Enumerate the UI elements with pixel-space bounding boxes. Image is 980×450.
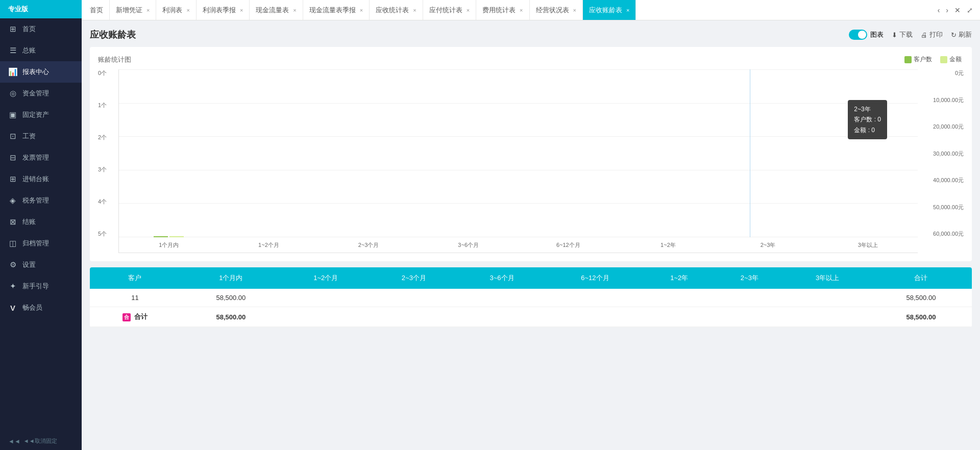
- total-icon: 合: [122, 313, 131, 321]
- refresh-btn[interactable]: ↻ 刷新: [951, 30, 972, 39]
- print-btn[interactable]: 🖨 打印: [921, 30, 943, 39]
- chart-area: 5个 4个 3个 2个 1个 0个: [98, 69, 964, 253]
- sidebar: 专业版 ⊞ 首页 ☰ 总账 📊 报表中心 ◎ 资金管理 ▣ 固定资产 ⊡ 工资 …: [0, 0, 82, 450]
- col-m1: 1个月内: [180, 267, 282, 289]
- sidebar-item-assets[interactable]: ▣ 固定资产: [0, 104, 82, 126]
- refresh-icon: ↻: [951, 31, 957, 39]
- sidebar-label-salary: 工资: [22, 132, 36, 141]
- collapse-label: ◄◄取消固定: [23, 437, 57, 445]
- sidebar-label-capital: 资金管理: [22, 89, 49, 98]
- tab-voucher-close[interactable]: ×: [146, 7, 150, 13]
- sidebar-item-vip[interactable]: V 畅会员: [0, 297, 82, 318]
- sidebar-item-sales[interactable]: ⊞ 进销台账: [0, 168, 82, 190]
- cell-y3plus: [785, 289, 870, 307]
- tab-ap-stat[interactable]: 应付统计表 ×: [423, 0, 476, 20]
- y-axis-left: 5个 4个 3个 2个 1个 0个: [98, 69, 118, 253]
- tab-home[interactable]: 首页: [84, 0, 110, 20]
- cell-m1: 58,500.00: [180, 289, 282, 307]
- tab-home-label: 首页: [90, 6, 103, 15]
- sidebar-item-archive[interactable]: ◫ 归档管理: [0, 233, 82, 254]
- legend-amount-label: 金额: [949, 55, 962, 64]
- table-total-row: 合 合计 58,500.00 58,500.00: [90, 307, 972, 327]
- col-y3plus: 3年以上: [785, 267, 870, 289]
- tab-profit-quarter[interactable]: 利润表季报 ×: [197, 0, 250, 20]
- tab-cashflow-label: 现金流量表: [256, 6, 289, 15]
- tab-close-all-btn[interactable]: ✕: [952, 5, 963, 15]
- tab-expense-stat[interactable]: 费用统计表 ×: [476, 0, 529, 20]
- tab-profit-quarter-close[interactable]: ×: [240, 7, 243, 13]
- sales-icon: ⊞: [8, 174, 17, 184]
- table-row: 11 58,500.00 58,500.00: [90, 289, 972, 307]
- tab-ap-stat-close[interactable]: ×: [467, 7, 470, 13]
- cell-y3: [715, 289, 785, 307]
- sidebar-label-tax: 税务管理: [22, 196, 49, 205]
- tab-next-btn[interactable]: ›: [944, 5, 950, 15]
- total-text: 合计: [134, 313, 148, 320]
- sidebar-label-guide: 新手引导: [22, 282, 49, 291]
- print-icon: 🖨: [921, 31, 927, 39]
- tab-operation-close[interactable]: ×: [573, 7, 576, 13]
- cell-m2: [282, 289, 370, 307]
- tab-ar-aging[interactable]: 应收账龄表 ×: [583, 0, 636, 20]
- page-content: 应收账龄表 图表 ⬇ 下载 🖨 打印 ↻ 刷新: [82, 20, 980, 450]
- tab-ar-stat[interactable]: 应收统计表 ×: [370, 0, 423, 20]
- sidebar-collapse-btn[interactable]: ◄◄ ◄◄取消固定: [0, 432, 82, 450]
- chart-container: 账龄统计图 客户数 金额 5个 4个 3个 2个 1个: [90, 47, 972, 261]
- tab-operation[interactable]: 经营状况表 ×: [530, 0, 583, 20]
- chart-toggle[interactable]: 图表: [849, 30, 884, 40]
- sidebar-item-report[interactable]: 📊 报表中心: [0, 61, 82, 83]
- total-m3: [370, 307, 458, 327]
- total-m6: [458, 307, 546, 327]
- sidebar-item-home[interactable]: ⊞ 首页: [0, 18, 82, 40]
- sidebar-item-settings[interactable]: ⚙ 设置: [0, 254, 82, 276]
- tab-expense-stat-close[interactable]: ×: [520, 7, 523, 13]
- col-y2: 1~2年: [644, 267, 715, 289]
- archive-icon: ◫: [8, 239, 17, 248]
- x-label-6: 2~3年: [718, 237, 818, 253]
- x-label-2: 2~3个月: [318, 237, 419, 253]
- sidebar-label-vip: 畅会员: [22, 303, 42, 312]
- x-axis: 1个月内1~2个月2~3个月3~6个月6~12个月1~2年2~3年3年以上: [119, 237, 918, 253]
- legend-customers-label: 客户数: [914, 55, 932, 64]
- tab-voucher[interactable]: 新增凭证 ×: [110, 0, 156, 20]
- tab-ar-aging-close[interactable]: ×: [626, 7, 629, 13]
- x-label-4: 6~12个月: [519, 237, 619, 253]
- sidebar-item-salary[interactable]: ⊡ 工资: [0, 126, 82, 147]
- total-y3plus: [785, 307, 870, 327]
- chart-legend: 客户数 金额: [904, 55, 962, 64]
- tab-cashflow-quarter-close[interactable]: ×: [360, 7, 363, 13]
- toggle-track[interactable]: [849, 30, 867, 40]
- data-table: 客户 1个月内 1~2个月 2~3个月 3~6个月 6~12个月 1~2年 2~…: [90, 267, 972, 327]
- tab-ar-stat-close[interactable]: ×: [413, 7, 416, 13]
- tab-cashflow-close[interactable]: ×: [293, 7, 296, 13]
- guide-icon: ✦: [8, 282, 17, 291]
- download-btn[interactable]: ⬇ 下载: [892, 30, 913, 39]
- table-header-row: 客户 1个月内 1~2个月 2~3个月 3~6个月 6~12个月 1~2年 2~…: [90, 267, 972, 289]
- sidebar-item-guide[interactable]: ✦ 新手引导: [0, 276, 82, 297]
- sidebar-label-invoice: 发票管理: [22, 153, 49, 162]
- tab-prev-btn[interactable]: ‹: [936, 5, 942, 15]
- cell-m12: [546, 289, 644, 307]
- tab-bar: 首页 新增凭证 × 利润表 × 利润表季报 × 现金流量表 × 现金流量表季报 …: [82, 0, 980, 20]
- sidebar-item-tax[interactable]: ◈ 税务管理: [0, 190, 82, 211]
- settle-icon: ⊠: [8, 217, 17, 227]
- sidebar-item-settle[interactable]: ⊠ 结账: [0, 211, 82, 233]
- sidebar-item-ledger[interactable]: ☰ 总账: [0, 40, 82, 61]
- tab-profit-close[interactable]: ×: [186, 7, 189, 13]
- legend-amount-dot: [940, 56, 947, 63]
- tab-cashflow-quarter[interactable]: 现金流量表季报 ×: [303, 0, 370, 20]
- sidebar-item-capital[interactable]: ◎ 资金管理: [0, 83, 82, 104]
- tab-cashflow[interactable]: 现金流量表 ×: [250, 0, 303, 20]
- sidebar-label-settings: 设置: [22, 260, 36, 269]
- legend-customers-dot: [904, 56, 912, 63]
- tab-expand-btn[interactable]: ⤢: [965, 5, 975, 15]
- x-label-5: 1~2年: [618, 237, 718, 253]
- x-label-3: 3~6个月: [419, 237, 519, 253]
- tab-ar-stat-label: 应收统计表: [376, 6, 409, 15]
- settings-icon: ⚙: [8, 260, 17, 269]
- tab-profit[interactable]: 利润表 ×: [156, 0, 196, 20]
- sidebar-item-invoice[interactable]: ⊟ 发票管理: [0, 147, 82, 168]
- tab-voucher-label: 新增凭证: [116, 6, 142, 15]
- tab-profit-label: 利润表: [162, 6, 182, 15]
- ledger-icon: ☰: [8, 46, 17, 55]
